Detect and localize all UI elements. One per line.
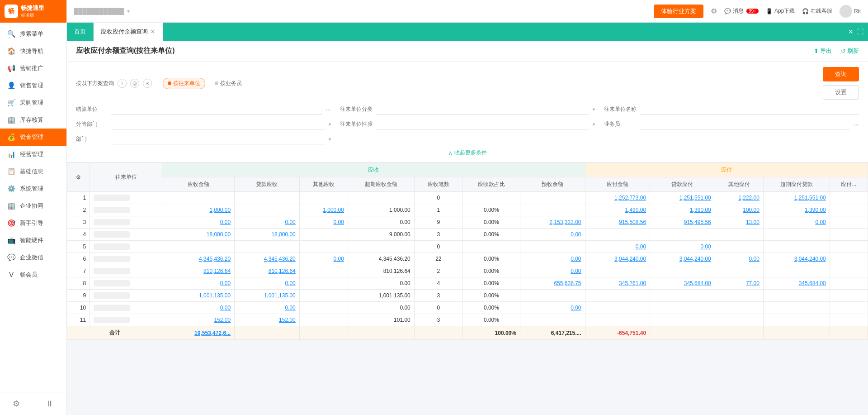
ar-prepay[interactable]: 0.00	[520, 229, 585, 241]
sidebar-item-marketing[interactable]: 📢 营销推广	[0, 60, 66, 77]
ap-other[interactable]: 13.00	[715, 216, 763, 229]
settlement-dots-icon[interactable]: ···	[326, 106, 331, 113]
ar-amount[interactable]: 4,345,436.20	[162, 253, 235, 265]
ap-loan[interactable]: 3,044,240.00	[650, 253, 715, 265]
ap-other[interactable]: 100.00	[715, 204, 763, 216]
ar-loan[interactable]: 0.00	[235, 302, 300, 314]
ar-loan[interactable]: 18,000.00	[235, 229, 300, 241]
ar-amount[interactable]: 0.00	[162, 277, 235, 290]
sidebar: 畅 畅捷通里 标准版 🔍 搜索菜单 🏠 快捷导航 📢 营销推广 👤 销售管理 🛒…	[0, 0, 67, 415]
tab-close-window-icon[interactable]: ✕	[848, 28, 854, 35]
salesperson-input[interactable]	[639, 119, 850, 129]
ap-other[interactable]: 1,222.00	[715, 192, 763, 204]
solution-btn[interactable]: 体验行业方案	[654, 5, 703, 18]
partner-name-input[interactable]	[640, 104, 859, 114]
sidebar-item-operations[interactable]: 📊 经营管理	[0, 146, 66, 163]
ar-prepay[interactable]: 0.00	[520, 302, 585, 314]
ar-amount[interactable]: 152.00	[162, 314, 235, 326]
ap-other[interactable]: 0.00	[715, 253, 763, 265]
sidebar-item-member[interactable]: Ⅴ 畅会员	[0, 266, 66, 283]
ar-amount[interactable]: 810,126.64	[162, 265, 235, 277]
ar-other[interactable]: 1,000.00	[299, 204, 348, 216]
partner-nature-select[interactable]	[376, 119, 589, 129]
ap-overdue[interactable]: 0.00	[763, 216, 830, 229]
service-btn[interactable]: 🎧 在线客服	[802, 7, 832, 15]
ar-other[interactable]: 0.00	[299, 216, 348, 229]
ar-loan[interactable]: 0.00	[235, 277, 300, 290]
view-by-salesperson[interactable]: 按业务员	[210, 78, 247, 89]
ap-amount[interactable]: 345,761.00	[585, 277, 650, 290]
ar-amount[interactable]: 1,000.00	[162, 204, 235, 216]
tab-close-icon[interactable]: ✕	[151, 29, 155, 35]
footer-ar-amount[interactable]: 19,553,472,6...	[162, 326, 235, 340]
ap-loan[interactable]: 0.00	[650, 241, 715, 253]
tab-arbalance[interactable]: 应收应付余额查询 ✕	[94, 23, 163, 41]
ar-prepay[interactable]: 2,153,333.00	[520, 216, 585, 229]
gear-icon[interactable]: ⚙	[711, 7, 717, 15]
ar-prepay[interactable]: 0.00	[520, 253, 585, 265]
ar-prepay[interactable]: 0.00	[520, 265, 585, 277]
ap-loan[interactable]: 345,684.00	[650, 277, 715, 290]
app-download-btn[interactable]: 📱 App下载	[766, 7, 795, 15]
collapse-more-btn[interactable]: ∧ 收起更多条件	[76, 149, 859, 157]
sidebar-item-inventory[interactable]: 🏢 库存核算	[0, 111, 66, 129]
ar-amount[interactable]: 0.00	[162, 216, 235, 229]
ap-other[interactable]: 77.00	[715, 277, 763, 290]
tab-fullscreen-icon[interactable]: ⛶	[857, 28, 863, 35]
ar-loan[interactable]: 4,345,436.20	[235, 253, 300, 265]
ap-overdue[interactable]: 1,390.00	[763, 204, 830, 216]
ap-loan[interactable]: 1,390.00	[650, 204, 715, 216]
ar-other[interactable]: 0.00	[299, 253, 348, 265]
settings-bottom-btn[interactable]: ⚙	[11, 397, 22, 410]
ar-amount[interactable]: 0.00	[162, 302, 235, 314]
filter-add-btn[interactable]: +	[118, 79, 127, 88]
ar-prepay[interactable]: 655,636.75	[520, 277, 585, 290]
tab-home[interactable]: 首页	[67, 23, 94, 41]
ar-loan[interactable]: 152.00	[235, 314, 300, 326]
footer-ar-count	[414, 326, 462, 340]
refresh-btn[interactable]: ↺ 刷新	[841, 47, 859, 55]
view-by-partner[interactable]: 按往来单位	[163, 78, 205, 89]
filter-collapse-btn[interactable]: «	[143, 79, 152, 88]
sidebar-item-wechat[interactable]: 💬 企业微信	[0, 249, 66, 266]
ap-overdue[interactable]: 1,251,551.00	[763, 192, 830, 204]
message-btn[interactable]: 💬 消息 99+	[724, 7, 759, 15]
ar-amount[interactable]: 1,001,135.00	[162, 290, 235, 302]
sidebar-item-sales[interactable]: 👤 销售管理	[0, 77, 66, 94]
ap-amount[interactable]: 915,508.56	[585, 216, 650, 229]
collapse-sidebar-btn[interactable]: ⏸	[44, 397, 56, 410]
ap-amount[interactable]: 1,252,773.00	[585, 192, 650, 204]
ap-amount[interactable]: 1,490.00	[585, 204, 650, 216]
export-btn[interactable]: ⬆ 导出	[814, 47, 832, 55]
sidebar-item-basic[interactable]: 📋 基础信息	[0, 163, 66, 180]
ap-overdue[interactable]: 3,044,240.00	[763, 253, 830, 265]
ap-remain	[830, 314, 868, 326]
sidebar-item-system[interactable]: ⚙️ 系统管理	[0, 180, 66, 197]
sidebar-item-quicknav[interactable]: 🏠 快捷导航	[0, 43, 66, 60]
sidebar-item-purchase[interactable]: 🛒 采购管理	[0, 94, 66, 111]
user-menu[interactable]: Rit	[840, 5, 861, 18]
setting-btn[interactable]: 设置	[823, 85, 859, 100]
settlement-unit-input[interactable]	[111, 104, 322, 114]
filter-settings-btn[interactable]: ◎	[130, 79, 139, 88]
ap-amount[interactable]: 0.00	[585, 241, 650, 253]
ar-loan[interactable]: 810,126.64	[235, 265, 300, 277]
sidebar-item-collab[interactable]: 🏢 企业协同	[0, 197, 66, 215]
gear-settings-cell[interactable]: ⚙	[67, 163, 90, 192]
dept-select[interactable]	[111, 134, 325, 144]
ap-loan[interactable]: 1,251,551.00	[650, 192, 715, 204]
ap-loan[interactable]: 915,495.56	[650, 216, 715, 229]
ap-overdue[interactable]: 345,684.00	[763, 277, 830, 290]
dept-manage-select[interactable]	[111, 119, 325, 129]
sidebar-item-hardware[interactable]: 📺 智能硬件	[0, 232, 66, 249]
sidebar-item-newbie[interactable]: 🎯 新手引导	[0, 215, 66, 232]
partner-category-select[interactable]	[376, 104, 589, 114]
ar-loan[interactable]: 1,001,135.00	[235, 290, 300, 302]
ap-amount[interactable]: 3,044,240.00	[585, 253, 650, 265]
query-btn[interactable]: 查询	[823, 67, 859, 81]
ar-amount[interactable]: 18,000.00	[162, 229, 235, 241]
sidebar-item-finance[interactable]: 💰 资金管理	[0, 129, 66, 146]
salesperson-dots-icon[interactable]: ···	[854, 121, 859, 128]
ar-loan[interactable]: 0.00	[235, 216, 300, 229]
sidebar-item-search[interactable]: 🔍 搜索菜单	[0, 25, 66, 43]
